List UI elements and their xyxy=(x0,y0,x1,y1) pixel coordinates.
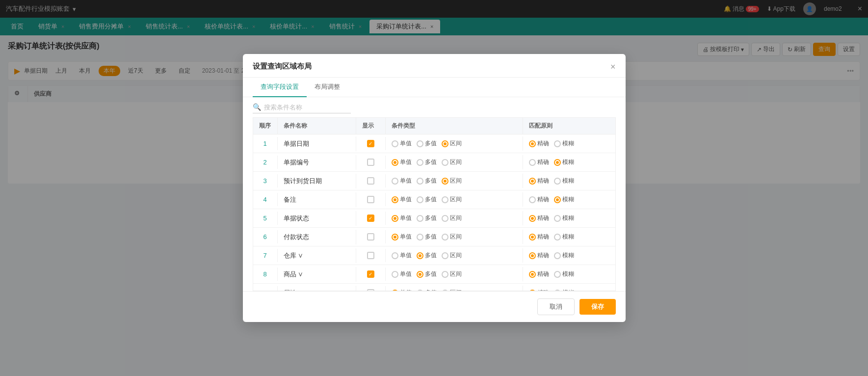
row-6-type-多值[interactable]: 多值 xyxy=(417,251,437,260)
col-name-header: 条件名称 xyxy=(278,118,356,134)
dialog-tab-query-fields[interactable]: 查询字段设置 xyxy=(253,78,307,97)
row-7-display[interactable] xyxy=(356,268,386,281)
row-1-checkbox[interactable] xyxy=(367,159,374,166)
row-2-type-单值-radio xyxy=(392,178,398,185)
table-row: 8商品 ∨单值多值区间精确模糊 xyxy=(253,265,615,284)
row-0-name: 单据日期 xyxy=(278,136,356,151)
row-7-match: 精确模糊 xyxy=(523,267,616,281)
row-5-checkbox[interactable] xyxy=(367,233,374,241)
row-3-type-多值[interactable]: 多值 xyxy=(417,195,437,204)
table-row: 9属性 ∨单值多值区间精确模糊 xyxy=(253,284,615,291)
row-3-type-单值[interactable]: 单值 xyxy=(392,195,412,204)
row-0-type-单值[interactable]: 单值 xyxy=(392,139,412,148)
row-6-match-模糊[interactable]: 模糊 xyxy=(554,251,574,260)
row-0-type-区间-radio xyxy=(442,140,448,147)
row-3-checkbox[interactable] xyxy=(367,196,374,203)
row-1-type-区间[interactable]: 区间 xyxy=(442,158,462,166)
row-2-match-精确[interactable]: 精确 xyxy=(529,177,549,185)
row-6-match-精确[interactable]: 精确 xyxy=(529,251,549,260)
row-6-type-单值[interactable]: 单值 xyxy=(392,251,412,260)
row-2-display[interactable] xyxy=(356,174,386,188)
table-row: 6付款状态单值多值区间精确模糊 xyxy=(253,228,615,246)
row-7-match-精确[interactable]: 精确 xyxy=(529,270,549,278)
row-0-type-单值-radio xyxy=(392,140,398,147)
conditions-table: 顺序 条件名称 显示 条件类型 匹配原则 1单据日期单值多值区间精确模糊2单据编… xyxy=(243,117,626,291)
search-input[interactable] xyxy=(264,104,342,111)
row-0-match-模糊[interactable]: 模糊 xyxy=(554,139,574,148)
row-0-checkbox[interactable] xyxy=(367,140,374,147)
dialog-overlay: 设置查询区域布局 × 查询字段设置 布局调整 🔍 顺序 条件名称 显示 xyxy=(0,0,868,376)
row-2-match-精确-radio xyxy=(529,178,536,185)
row-7-type-单值[interactable]: 单值 xyxy=(392,270,412,278)
row-0-type: 单值多值区间 xyxy=(386,136,523,151)
row-8-type: 单值多值区间 xyxy=(386,286,523,291)
row-1-match-精确[interactable]: 精确 xyxy=(529,158,549,166)
row-0-type-多值[interactable]: 多值 xyxy=(417,139,437,148)
row-2-type-多值[interactable]: 多值 xyxy=(417,177,437,185)
row-4-match-精确[interactable]: 精确 xyxy=(529,214,549,222)
save-button[interactable]: 保存 xyxy=(579,299,616,315)
row-7-type-单值-radio xyxy=(392,271,398,278)
row-1-display[interactable] xyxy=(356,156,386,169)
row-7-type-区间[interactable]: 区间 xyxy=(442,270,462,278)
row-3-match-模糊-radio xyxy=(554,196,561,203)
row-1-type-多值[interactable]: 多值 xyxy=(417,158,437,166)
row-5-display[interactable] xyxy=(356,230,386,243)
cancel-button[interactable]: 取消 xyxy=(537,298,575,315)
row-5-match-模糊[interactable]: 模糊 xyxy=(554,233,574,241)
row-0-match: 精确模糊 xyxy=(523,136,616,151)
row-7-match-模糊[interactable]: 模糊 xyxy=(554,270,574,278)
row-5-type-区间[interactable]: 区间 xyxy=(442,233,462,241)
row-5-type-多值[interactable]: 多值 xyxy=(417,233,437,241)
row-3-match-精确[interactable]: 精确 xyxy=(529,195,549,204)
row-1-match-模糊[interactable]: 模糊 xyxy=(554,158,574,166)
row-3-order: 4 xyxy=(253,193,278,206)
row-7-type: 单值多值区间 xyxy=(386,267,523,281)
row-0-display[interactable] xyxy=(356,137,386,150)
row-1-match-模糊-radio xyxy=(554,159,561,166)
row-2-type-区间-radio xyxy=(442,178,448,185)
row-4-type-多值[interactable]: 多值 xyxy=(417,214,437,222)
row-2-type-区间[interactable]: 区间 xyxy=(442,177,462,185)
row-6-type-区间[interactable]: 区间 xyxy=(442,251,462,260)
row-3-match: 精确模糊 xyxy=(523,192,616,207)
row-4-display[interactable] xyxy=(356,212,386,225)
row-5-type-多值-radio xyxy=(417,234,423,241)
row-5-type-单值-radio xyxy=(392,234,398,241)
row-0-type-区间[interactable]: 区间 xyxy=(442,139,462,148)
search-wrap: 🔍 xyxy=(253,103,351,113)
row-2-match-模糊-radio xyxy=(554,178,561,185)
dialog-close-btn[interactable]: × xyxy=(610,62,616,71)
row-7-type-多值[interactable]: 多值 xyxy=(417,270,437,278)
dialog-title: 设置查询区域布局 xyxy=(253,62,312,71)
row-6-type-单值-radio xyxy=(392,252,398,259)
row-3-type-区间[interactable]: 区间 xyxy=(442,195,462,204)
row-1-type-单值[interactable]: 单值 xyxy=(392,158,412,166)
row-4-type-区间[interactable]: 区间 xyxy=(442,214,462,222)
row-5-type-单值[interactable]: 单值 xyxy=(392,233,412,241)
row-2-match-模糊[interactable]: 模糊 xyxy=(554,177,574,185)
row-7-checkbox[interactable] xyxy=(367,270,374,278)
row-6-type: 单值多值区间 xyxy=(386,248,523,263)
row-6-match: 精确模糊 xyxy=(523,248,616,263)
row-6-checkbox[interactable] xyxy=(367,252,374,259)
row-1-type-多值-radio xyxy=(417,159,423,166)
row-4-match-模糊[interactable]: 模糊 xyxy=(554,214,574,222)
row-2-type-单值[interactable]: 单值 xyxy=(392,177,412,185)
row-3-match-模糊[interactable]: 模糊 xyxy=(554,195,574,204)
row-5-match: 精确模糊 xyxy=(523,230,616,244)
row-2-type-多值-radio xyxy=(417,178,423,185)
row-8-display[interactable] xyxy=(356,286,386,291)
row-8-name: 属性 ∨ xyxy=(278,286,356,292)
row-4-checkbox[interactable] xyxy=(367,215,374,222)
dialog-tab-layout[interactable]: 布局调整 xyxy=(307,78,348,97)
row-4-type-单值[interactable]: 单值 xyxy=(392,214,412,222)
row-4-match-模糊-radio xyxy=(554,215,561,222)
row-8-order: 9 xyxy=(253,286,278,291)
row-3-display[interactable] xyxy=(356,193,386,206)
row-5-match-模糊-radio xyxy=(554,234,561,241)
row-0-match-精确[interactable]: 精确 xyxy=(529,139,549,148)
row-6-display[interactable] xyxy=(356,249,386,262)
row-5-match-精确[interactable]: 精确 xyxy=(529,233,549,241)
row-2-checkbox[interactable] xyxy=(367,177,374,185)
